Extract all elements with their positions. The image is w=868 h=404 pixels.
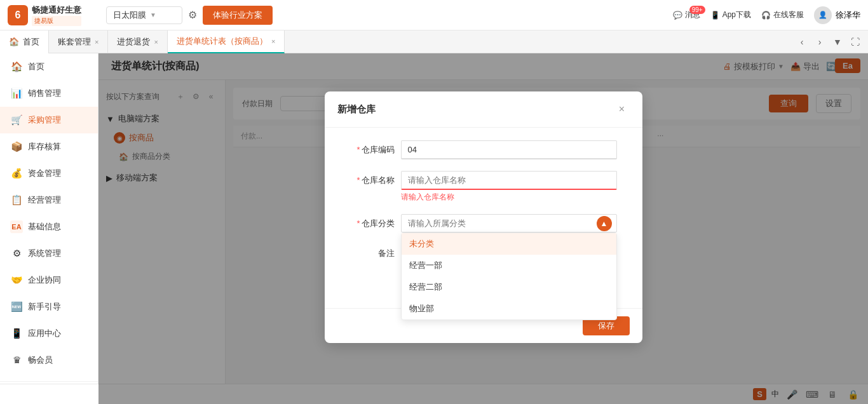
dialog-body: *仓库编码 *仓库名称 请输入仓库名称 [325, 128, 642, 308]
logo-area: 6 畅捷通好生意 捷易版 [8, 4, 106, 26]
sidebar-item-purchase[interactable]: 🛒 采购管理 [0, 107, 98, 133]
sidebar-item-basic[interactable]: EA 基础信息 [0, 213, 98, 240]
category-label: *仓库分类 [350, 214, 401, 229]
sidebar-item-operation[interactable]: 📋 经营管理 [0, 187, 98, 213]
tab-account[interactable]: 账套管理 × [49, 30, 108, 53]
sidebar-item-apps[interactable]: 📱 应用中心 [0, 320, 98, 347]
tab-home[interactable]: 🏠 首页 [0, 30, 49, 53]
app-download-label: App下载 [722, 10, 751, 20]
name-control-wrap: 请输入仓库名称 [401, 171, 617, 203]
category-control-wrap: ▲ 未分类 经营一部 经营二部 物业部 [401, 214, 617, 232]
purchase-icon: 🛒 [10, 114, 23, 126]
code-control-wrap [401, 140, 617, 159]
sidebar-item-operation-label: 经营管理 [28, 194, 61, 206]
category-input[interactable] [401, 214, 617, 232]
tab-home-label: 首页 [23, 36, 39, 48]
finance-icon: 💰 [10, 167, 23, 180]
name-label: *仓库名称 [350, 171, 401, 186]
top-header: 6 畅捷通好生意 捷易版 日太阳膜 ▼ ⚙ 体验行业方案 💬 消息 99+ 📱 … [0, 0, 868, 30]
avatar: 👤 [814, 6, 832, 24]
sidebar-item-enterprise[interactable]: 🤝 企业协同 [0, 267, 98, 293]
messages-badge: 99+ [689, 6, 705, 14]
sidebar-item-system[interactable]: ⚙ 系统管理 [0, 240, 98, 267]
tab-account-label: 账套管理 [58, 36, 91, 48]
notes-label: 备注 [350, 244, 401, 259]
modal-overlay: 新增仓库 × *仓库编码 [98, 53, 868, 404]
messages-button[interactable]: 💬 消息 99+ [673, 10, 700, 20]
headset-icon: 🎧 [761, 11, 771, 20]
logo-subtitle: 捷易版 [32, 16, 81, 26]
sidebar-item-home[interactable]: 🏠 首页 [0, 53, 98, 80]
dropdown-item-dept1[interactable]: 经营一部 [402, 255, 616, 276]
user-area[interactable]: 👤 徐泽华 [814, 6, 860, 24]
logo-text-area: 畅捷通好生意 捷易版 [32, 4, 81, 26]
sidebar-item-sales[interactable]: 📊 销售管理 [0, 80, 98, 107]
gear-button[interactable]: ⚙ [182, 5, 203, 25]
sidebar-item-basic-label: 基础信息 [28, 221, 61, 232]
store-selector[interactable]: 日太阳膜 ▼ [106, 6, 182, 24]
basic-icon: EA [10, 220, 23, 233]
sidebar-item-vip-label: 畅会员 [28, 354, 53, 366]
sidebar-item-sales-label: 销售管理 [28, 88, 61, 99]
apps-icon: 📱 [10, 327, 23, 340]
store-dropdown-arrow-icon: ▼ [150, 11, 156, 18]
dropdown-item-dept2[interactable]: 经营二部 [402, 276, 616, 298]
tab-left-btn[interactable]: ‹ [794, 34, 810, 50]
sidebar-item-guide-label: 新手引导 [28, 301, 61, 313]
sidebar-item-purchase-label: 采购管理 [28, 114, 61, 126]
code-label: *仓库编码 [350, 140, 401, 156]
app-icon: 📱 [710, 11, 720, 20]
dialog-title: 新增仓库 [337, 104, 376, 116]
category-dropdown-list: 未分类 经营一部 经营二部 物业部 [401, 232, 617, 320]
name-form-row: *仓库名称 请输入仓库名称 [350, 171, 617, 203]
sidebar-item-inventory-label: 库存核算 [28, 141, 61, 152]
store-name: 日太阳膜 [113, 10, 146, 21]
code-form-row: *仓库编码 [350, 140, 617, 159]
tab-purchase-return-close-icon[interactable]: × [154, 38, 158, 46]
tab-purchase-stats-label: 进货单统计表（按商品） [177, 36, 268, 47]
sidebar-item-apps-label: 应用中心 [28, 328, 61, 339]
guide-icon: 🆕 [10, 300, 23, 313]
sidebar-item-enterprise-label: 企业协同 [28, 274, 61, 286]
enterprise-icon: 🤝 [10, 274, 23, 286]
sales-icon: 📊 [10, 87, 23, 100]
inventory-icon: 📦 [10, 140, 23, 153]
online-service-label: 在线客服 [773, 10, 804, 20]
online-service-button[interactable]: 🎧 在线客服 [761, 10, 804, 20]
tab-purchase-return-label: 进货退货 [117, 36, 150, 48]
add-warehouse-dialog: 新增仓库 × *仓库编码 [325, 91, 642, 343]
sidebar-item-vip[interactable]: ♛ 畅会员 [0, 347, 98, 374]
header-actions: 💬 消息 99+ 📱 App下载 🎧 在线客服 👤 徐泽华 [673, 6, 860, 24]
logo-icon: 6 [8, 5, 28, 25]
category-dropdown-toggle[interactable]: ▲ [597, 216, 612, 231]
content-area: 进货单统计(按商品) 🖨 按模板打印 ▼ 📤 导出 🔄 刷新 [98, 53, 868, 404]
dialog-close-button[interactable]: × [614, 102, 630, 117]
message-icon: 💬 [673, 11, 682, 20]
tab-bar: 🏠 首页 账套管理 × 进货退货 × 进货单统计表（按商品） × ‹ › ▼ ⛶ [0, 30, 868, 53]
code-input[interactable] [401, 140, 617, 159]
category-form-row: *仓库分类 ▲ 未分类 经营一部 经营二部 物业部 [350, 214, 617, 232]
experience-button[interactable]: 体验行业方案 [203, 6, 273, 25]
home-icon: 🏠 [9, 37, 19, 46]
dialog-header: 新增仓库 × [325, 91, 642, 128]
tab-menu-btn[interactable]: ▼ [830, 34, 845, 50]
tab-purchase-stats-close-icon[interactable]: × [271, 37, 275, 45]
dropdown-item-dept3[interactable]: 物业部 [402, 298, 616, 320]
name-input[interactable] [401, 171, 617, 190]
sidebar-item-inventory[interactable]: 📦 库存核算 [0, 133, 98, 160]
main-layout: 🏠 首页 📊 销售管理 🛒 采购管理 📦 库存核算 💰 资金管理 📋 经营管理 … [0, 53, 868, 404]
app-download-button[interactable]: 📱 App下载 [710, 10, 751, 20]
tab-account-close-icon[interactable]: × [95, 38, 98, 46]
tab-fullscreen-btn[interactable]: ⛶ [848, 34, 863, 50]
sidebar: 🏠 首页 📊 销售管理 🛒 采购管理 📦 库存核算 💰 资金管理 📋 经营管理 … [0, 53, 98, 404]
tab-right-btn[interactable]: › [812, 34, 827, 50]
operation-icon: 📋 [10, 194, 23, 206]
username: 徐泽华 [836, 10, 860, 21]
sidebar-item-home-label: 首页 [28, 61, 44, 72]
tab-purchase-return[interactable]: 进货退货 × [108, 30, 167, 53]
sidebar-item-finance[interactable]: 💰 资金管理 [0, 160, 98, 187]
vip-icon: ♛ [10, 354, 23, 367]
tab-purchase-stats[interactable]: 进货单统计表（按商品） × [168, 30, 285, 53]
sidebar-item-guide[interactable]: 🆕 新手引导 [0, 293, 98, 320]
dropdown-item-none[interactable]: 未分类 [402, 233, 616, 255]
